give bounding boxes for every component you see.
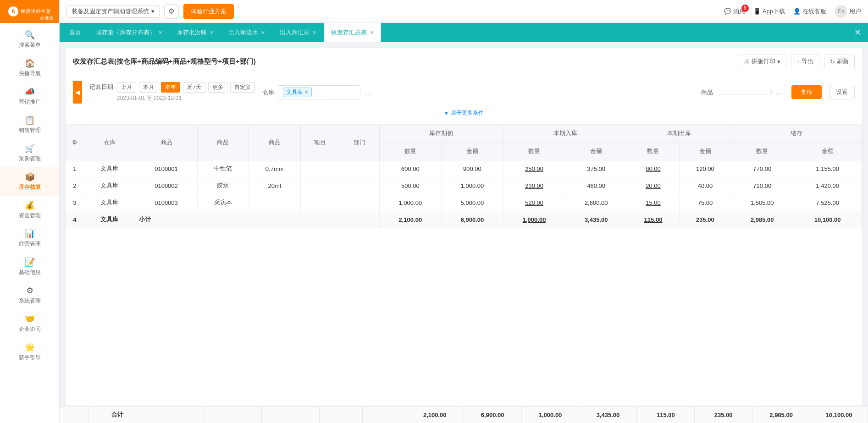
warehouse-tag-close[interactable]: ✕ xyxy=(304,89,309,95)
sidebar-item-basic[interactable]: 📝 基础信息 xyxy=(0,253,59,281)
online-service-button[interactable]: 👤 在线客服 xyxy=(793,7,826,16)
tab-stock-dist-label: 现存量（库存分布表） xyxy=(96,28,155,37)
tab-home[interactable]: 首页 xyxy=(62,23,88,42)
purchase-icon: 🛒 xyxy=(25,143,35,154)
filter-toggle-button[interactable]: ◀ xyxy=(73,81,82,104)
warehouse-filter-label: 仓库 xyxy=(262,88,274,97)
subtotal-out-qty[interactable]: 115.00 xyxy=(627,211,679,228)
filter-setting-button[interactable]: 设置 xyxy=(829,85,855,99)
date-btn-last-month[interactable]: 上月 xyxy=(117,82,136,93)
row-out-qty[interactable]: 15.00 xyxy=(627,194,679,211)
expand-label: 展开更多条件 xyxy=(451,109,484,117)
print-button[interactable]: 🖨 拼版打印 ▾ xyxy=(738,55,786,68)
table-footer: 合计 2,100.00 6,900.00 1,000.00 3,435.00 1… xyxy=(60,406,868,423)
footer-empty5 xyxy=(320,407,363,423)
tab-batch-close[interactable]: ✕ xyxy=(210,30,214,36)
subtotal-in-qty[interactable]: 1,000.00 xyxy=(503,211,565,228)
row-name: 中性笔 xyxy=(197,160,249,177)
sidebar-item-label: 营销推广 xyxy=(19,98,41,106)
app-download-button[interactable]: 📱 App下载 xyxy=(753,7,785,16)
row-project xyxy=(300,160,340,177)
sidebar-item-business[interactable]: 📊 经营管理 xyxy=(0,224,59,253)
user-button[interactable]: Ea 用户 xyxy=(835,5,861,18)
inventory-icon: 📦 xyxy=(25,172,35,182)
tab-batch[interactable]: 库存批次账 ✕ xyxy=(170,23,221,42)
warehouse-input[interactable]: 文具库 ✕ xyxy=(278,85,360,99)
date-filter-block: 记账日期 上月 本月 本年 近7天 更多 自定义 2023-01-01 至 20… xyxy=(89,82,255,102)
th-init-amt: 金额 xyxy=(441,143,503,160)
gear-icon: ⚙ xyxy=(168,7,175,16)
service-icon: 👤 xyxy=(793,8,801,15)
tab-inout-flow-close[interactable]: ✕ xyxy=(261,30,265,36)
row-out-qty[interactable]: 20.00 xyxy=(627,177,679,194)
sidebar-item-inventory[interactable]: 📦 库存核算 xyxy=(0,167,59,196)
close-all-tabs-button[interactable]: ✕ xyxy=(850,27,866,38)
row-in-qty[interactable]: 250.00 xyxy=(503,160,565,177)
sidebar-item-finance[interactable]: 💰 资金管理 xyxy=(0,196,59,224)
export-button[interactable]: ↑ 导出 xyxy=(791,55,820,68)
th-in-amt: 金额 xyxy=(565,143,627,160)
sidebar-item-corp[interactable]: 🤝 企业协同 xyxy=(0,309,59,338)
refresh-button[interactable]: ↻ 刷新 xyxy=(824,55,855,68)
topbar: 装备及固定资产辅助管理系统 ▾ ⚙ 体验行业方案 💬 消息 6 📱 App下载 … xyxy=(60,0,868,23)
row-out-qty[interactable]: 80.00 xyxy=(627,160,679,177)
table-row: 2 文具库 0100002 胶水 20ml 500.00 1,000.00 23… xyxy=(66,177,862,194)
refresh-icon: ↻ xyxy=(830,58,835,65)
tab-inout-summary[interactable]: 出入库汇总 ✕ xyxy=(272,23,324,42)
row-in-qty[interactable]: 520.00 xyxy=(503,194,565,211)
sidebar-item-newbie[interactable]: 🌟 新手引导 xyxy=(0,338,59,366)
sidebar-item-sales[interactable]: 📋 销售管理 xyxy=(0,110,59,139)
row-index: 2 xyxy=(66,177,84,194)
logo-icon: 6 xyxy=(8,6,18,16)
tab-batch-label: 库存批次账 xyxy=(177,28,207,37)
sidebar-item-label: 资金管理 xyxy=(19,212,41,220)
data-table: ⚙ 仓库 商品 商品 商品 项目 部门 库存期初 本期入库 本期出库 结存 数量 xyxy=(66,125,862,228)
sidebar-item-marketing[interactable]: 📣 营销推广 xyxy=(0,82,59,110)
system-icon: ⚙ xyxy=(26,286,33,296)
date-btn-custom[interactable]: 自定义 xyxy=(230,82,255,93)
expand-more-filters-button[interactable]: ▼ 展开更多条件 xyxy=(444,107,484,119)
th-settings[interactable]: ⚙ xyxy=(66,125,84,160)
search-button[interactable]: 查询 xyxy=(791,85,822,99)
tab-inout-summary-close[interactable]: ✕ xyxy=(312,30,316,36)
row-init-qty: 500.00 xyxy=(379,177,441,194)
system-title-dropdown[interactable]: 装备及固定资产辅助管理系统 ▾ xyxy=(66,5,160,18)
sidebar-item-search[interactable]: 🔍 搜索菜单 xyxy=(0,25,59,54)
message-button[interactable]: 💬 消息 6 xyxy=(724,7,745,16)
header-actions: 🖨 拼版打印 ▾ ↑ 导出 ↻ 刷新 xyxy=(738,55,855,75)
goods-more-dots[interactable]: ... xyxy=(775,88,784,96)
warehouse-tag[interactable]: 文具库 ✕ xyxy=(283,88,312,97)
date-btn-this-month[interactable]: 本月 xyxy=(139,82,158,93)
sidebar-item-quick-nav[interactable]: 🏠 快捷导航 xyxy=(0,54,59,82)
subtotal-in-amt: 3,435.00 xyxy=(565,211,627,228)
date-btn-7days[interactable]: 近7天 xyxy=(183,82,205,93)
try-button[interactable]: 体验行业方案 xyxy=(183,4,234,19)
date-btn-more[interactable]: 更多 xyxy=(208,82,227,93)
warehouse-filter: 仓库 文具库 ✕ ... xyxy=(262,85,694,99)
tab-stock-dist[interactable]: 现存量（库存分布表） ✕ xyxy=(88,23,170,42)
print-dropdown-icon: ▾ xyxy=(777,58,780,65)
date-btn-this-year[interactable]: 本年 xyxy=(161,82,180,93)
sidebar-item-label: 快捷导航 xyxy=(19,70,41,77)
th-in-qty: 数量 xyxy=(503,143,565,160)
row-in-qty[interactable]: 230.00 xyxy=(503,177,565,194)
tab-recv-send-close[interactable]: ✕ xyxy=(370,30,374,36)
gear-button[interactable]: ⚙ xyxy=(164,4,179,19)
tab-inout-flow-label: 出入库流水 xyxy=(228,28,258,37)
row-in-amt: 2,600.00 xyxy=(565,194,627,211)
goods-input[interactable] xyxy=(717,90,772,94)
sidebar-item-purchase[interactable]: 🛒 采购管理 xyxy=(0,139,59,167)
tab-stock-dist-close[interactable]: ✕ xyxy=(158,30,162,36)
th-dept: 部门 xyxy=(340,125,379,160)
sidebar-item-system[interactable]: ⚙ 系统管理 xyxy=(0,281,59,309)
row-init-amt: 5,000.00 xyxy=(441,194,503,211)
tab-recv-send-label: 收发存汇总表 xyxy=(331,28,367,37)
subtotal-init-amt: 6,900.00 xyxy=(441,211,503,228)
warehouse-more-dots[interactable]: ... xyxy=(364,88,373,96)
row-spec: 20ml xyxy=(249,177,300,194)
row-init-amt: 1,000.00 xyxy=(441,177,503,194)
row-warehouse: 文具库 xyxy=(84,194,135,211)
tab-recv-send[interactable]: 收发存汇总表 ✕ xyxy=(324,23,381,42)
business-icon: 📊 xyxy=(25,229,35,239)
tab-inout-flow[interactable]: 出入库流水 ✕ xyxy=(221,23,272,42)
